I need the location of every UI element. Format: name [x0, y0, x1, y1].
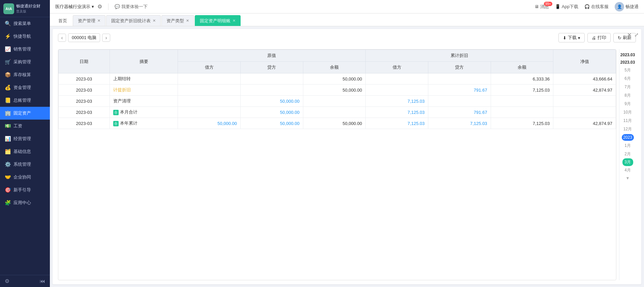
download-btn[interactable]: ⬇ 下载 ▾ — [558, 33, 585, 42]
next-asset-btn[interactable]: › — [102, 34, 110, 42]
tab-asset_mgmt[interactable]: 资产管理✕ — [73, 15, 105, 26]
tab-home[interactable]: 首页 — [53, 15, 72, 26]
sidebar-item-inventory[interactable]: 📦库存核算 — [0, 68, 50, 81]
col-original-debit: 借方 — [178, 62, 241, 73]
cell-acc-balance: 7,125.03 — [491, 118, 553, 129]
messages-btn[interactable]: 🖥 消息 99+ — [534, 4, 549, 10]
user-profile-btn[interactable]: 👤 畅捷通 — [615, 2, 639, 11]
sidebar-label-guide: 新手引导 — [13, 187, 31, 193]
tab-close-asset_detail[interactable]: ✕ — [233, 19, 236, 23]
app-download-btn[interactable]: 📱 App下载 — [555, 4, 578, 10]
cell-orig-credit: 50,000.00 — [241, 96, 303, 107]
cell-orig-balance: 50,000.00 — [303, 73, 366, 85]
topbar-settings-icon[interactable]: ⚙ — [97, 3, 102, 10]
sidebar-item-payroll[interactable]: 💵工资 — [0, 120, 50, 132]
timeline-month-after-1[interactable]: 2月 — [619, 150, 636, 158]
timeline-month-before-4[interactable]: 9月 — [619, 100, 636, 108]
sidebar-item-operations[interactable]: 📊经营管理 — [0, 132, 50, 145]
topbar-divider — [108, 3, 109, 10]
close-panel-icon[interactable]: ✕ — [627, 32, 632, 38]
sidebar-logo: AtA 畅捷通好业财 普及版 — [0, 0, 50, 17]
cell-orig-credit — [241, 73, 303, 85]
avatar: 👤 — [615, 2, 624, 11]
sidebar-item-fixed[interactable]: 🏢固定资产 — [0, 107, 50, 120]
fixed-icon: 🏢 — [5, 110, 11, 116]
experience-icon: 💬 — [115, 4, 120, 9]
timeline-month-after-0[interactable]: 1月 — [619, 141, 636, 150]
settings-icon[interactable]: ⚙ — [5, 278, 9, 284]
timeline-year-current[interactable]: 2023.03 — [619, 59, 636, 66]
table-row: 2023-03 合本月合计 50,000.00 7,125.03 791.67 — [59, 107, 616, 118]
sidebar-label-basic: 基础信息 — [13, 149, 31, 155]
tab-asset_detail[interactable]: 固定资产明细账✕ — [195, 15, 241, 26]
asset-code-display[interactable]: 000001 电脑 — [68, 33, 100, 42]
sidebar-label-capital: 资金管理 — [13, 85, 31, 91]
cell-acc-credit — [428, 96, 491, 107]
cell-date: 2023-03 — [59, 107, 110, 118]
cell-net-value: 43,666.64 — [553, 73, 616, 85]
timeline-month-after-3[interactable]: 4月 — [619, 166, 636, 174]
cell-orig-debit — [178, 96, 241, 107]
toolbar-actions: ⬇ 下载 ▾ 🖨 打印 ↻ 刷新 — [558, 33, 636, 42]
asset-navigation: ‹ 000001 电脑 › — [58, 33, 110, 42]
tab-close-asset_mgmt[interactable]: ✕ — [97, 19, 100, 23]
tab-label-asset_mgmt: 资产管理 — [78, 18, 95, 24]
inventory-icon: 📦 — [5, 72, 11, 78]
timeline-panel: 2023.032023.035月6月7月8月9月10月11月12月20231月2… — [619, 49, 636, 280]
timeline-month-after-2[interactable]: 3月 — [622, 158, 633, 166]
print-btn[interactable]: 🖨 打印 — [587, 33, 611, 42]
timeline-month-before-3[interactable]: 8月 — [619, 91, 636, 100]
company-selector[interactable]: 医疗器械行业演示 ▾ — [55, 4, 94, 10]
col-net-value: 净值 — [553, 50, 616, 73]
timeline-month-before-2[interactable]: 7月 — [619, 83, 636, 91]
sidebar-item-guide[interactable]: 🎯新手引导 — [0, 184, 50, 196]
print-icon: 🖨 — [592, 35, 596, 40]
purchase-icon: 🛒 — [5, 59, 11, 65]
expand-panel-icon[interactable]: ⤢ — [634, 32, 639, 38]
topbar: 医疗器械行业演示 ▾ ⚙ 💬 我要体验一下 🖥 消息 99+ 📱 App下载 🎧… — [50, 0, 644, 13]
timeline-month-before-0[interactable]: 5月 — [619, 66, 636, 74]
col-original-balance: 余额 — [303, 62, 366, 73]
timeline-month-before-5[interactable]: 10月 — [619, 108, 636, 117]
sidebar: AtA 畅捷通好业财 普及版 🔍搜索菜单⚡快捷导航📈销售管理🛒采购管理📦库存核算… — [0, 0, 50, 287]
tab-asset_type[interactable]: 资产类型✕ — [161, 15, 194, 26]
sidebar-item-purchase[interactable]: 🛒采购管理 — [0, 56, 50, 68]
cell-acc-debit: 7,125.03 — [366, 118, 428, 129]
timeline-year-prev[interactable]: 2023.03 — [619, 51, 636, 59]
cell-orig-credit: 50,000.00 — [241, 118, 303, 129]
prev-asset-btn[interactable]: ‹ — [58, 34, 66, 42]
sidebar-item-capital[interactable]: 💰资金管理 — [0, 81, 50, 94]
tab-close-asset_type[interactable]: ✕ — [186, 19, 189, 23]
sidebar-item-sales[interactable]: 📈销售管理 — [0, 43, 50, 56]
timeline-active-year[interactable]: 2023 — [622, 134, 634, 141]
cell-acc-debit — [366, 85, 428, 96]
summary-icon: 合 — [113, 110, 119, 115]
timeline-month-before-6[interactable]: 11月 — [619, 117, 636, 125]
cell-acc-balance — [491, 107, 553, 118]
collapse-icon[interactable]: ⏮ — [40, 278, 45, 284]
cell-acc-debit — [366, 73, 428, 85]
sidebar-item-collab[interactable]: 🤝企业协同 — [0, 171, 50, 184]
app-logo-icon: AtA — [3, 3, 14, 14]
tab-depreciation_stat[interactable]: 固定资产折旧统计表✕ — [106, 15, 161, 26]
timeline-month-before-7[interactable]: 12月 — [619, 125, 636, 133]
tabs-bar: 首页资产管理✕固定资产折旧统计表✕资产类型✕固定资产明细账✕ — [50, 13, 644, 26]
cell-date: 2023-03 — [59, 96, 110, 107]
experience-btn[interactable]: 💬 我要体验一下 — [115, 4, 148, 10]
sidebar-item-quicknav[interactable]: ⚡快捷导航 — [0, 30, 50, 43]
cell-net-value: 42,874.97 — [553, 118, 616, 129]
sidebar-item-apps[interactable]: 🧩应用中心 — [0, 196, 50, 209]
tab-close-depreciation_stat[interactable]: ✕ — [153, 19, 156, 23]
timeline-month-before-1[interactable]: 6月 — [619, 74, 636, 83]
sidebar-item-ledger[interactable]: 📒总账管理 — [0, 94, 50, 107]
tab-label-home: 首页 — [58, 18, 67, 24]
sidebar-item-system[interactable]: ⚙️系统管理 — [0, 158, 50, 171]
tab-label-depreciation_stat: 固定资产折旧统计表 — [111, 18, 151, 24]
sidebar-item-search[interactable]: 🔍搜索菜单 — [0, 17, 50, 30]
cell-orig-debit: 50,000.00 — [178, 118, 241, 129]
timeline-arrow-down[interactable]: ▼ — [626, 174, 630, 182]
cell-net-value: 42,874.97 — [553, 85, 616, 96]
customer-service-btn[interactable]: 🎧 在线客服 — [584, 4, 609, 10]
sidebar-label-fixed: 固定资产 — [13, 110, 31, 116]
sidebar-item-basic[interactable]: 🗂️基础信息 — [0, 145, 50, 158]
